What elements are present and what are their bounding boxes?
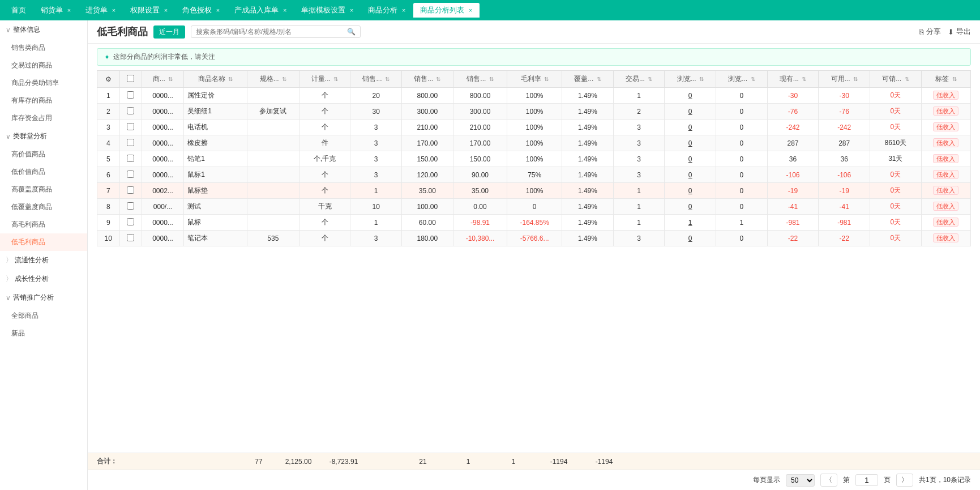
- browse1-link[interactable]: 0: [688, 155, 692, 163]
- col-sales-qty[interactable]: 销售... ⇅: [350, 71, 402, 88]
- row-select[interactable]: [127, 202, 134, 210]
- row-select[interactable]: [127, 123, 134, 130]
- per-page-select[interactable]: 50 100 200: [786, 474, 815, 487]
- row-select[interactable]: [127, 139, 134, 146]
- browse1-link[interactable]: 1: [688, 219, 692, 227]
- row-browse1[interactable]: 0: [665, 88, 716, 104]
- sidebar-group-cluster[interactable]: ∨ 类群堂分析: [0, 127, 87, 146]
- row-name[interactable]: 铅笔1: [184, 151, 247, 167]
- sidebar-item-stocked[interactable]: 有库存的商品: [0, 92, 87, 109]
- sidebar-item-high-coverage[interactable]: 高覆盖度商品: [0, 181, 87, 198]
- row-checkbox[interactable]: [119, 231, 142, 246]
- sidebar-group-flow[interactable]: 〉 流通性分析: [0, 251, 87, 270]
- row-browse1[interactable]: 0: [665, 167, 716, 183]
- sidebar-group-marketing[interactable]: ∨ 营销推广分析: [0, 288, 87, 307]
- nav-purchase[interactable]: 进货单 ×: [79, 3, 122, 18]
- close-icon[interactable]: ×: [283, 7, 286, 14]
- close-icon[interactable]: ×: [216, 7, 220, 14]
- row-checkbox[interactable]: [119, 104, 142, 120]
- row-browse1[interactable]: 0: [665, 135, 716, 151]
- row-browse1[interactable]: 0: [665, 120, 716, 135]
- row-name[interactable]: 电话机: [184, 120, 247, 135]
- row-browse1[interactable]: 0: [665, 151, 716, 167]
- select-all-checkbox[interactable]: [127, 75, 134, 82]
- col-spec[interactable]: 规格... ⇅: [247, 71, 299, 88]
- search-input[interactable]: [196, 28, 345, 36]
- next-page-button[interactable]: 〉: [896, 474, 913, 487]
- sidebar-item-low-value[interactable]: 低价值商品: [0, 163, 87, 181]
- row-name[interactable]: 吴细细1: [184, 104, 247, 120]
- close-icon[interactable]: ×: [402, 7, 405, 14]
- browse1-link[interactable]: 0: [688, 171, 692, 179]
- row-name[interactable]: 鼠标: [184, 215, 247, 231]
- browse1-link[interactable]: 0: [688, 123, 692, 131]
- col-sales-price[interactable]: 销售... ⇅: [401, 71, 453, 88]
- sidebar-item-all-products[interactable]: 全部商品: [0, 307, 87, 325]
- sidebar-group-growth[interactable]: 〉 成长性分析: [0, 270, 87, 288]
- browse1-link[interactable]: 0: [688, 92, 692, 100]
- row-browse1[interactable]: 0: [665, 183, 716, 199]
- sidebar-group-overall[interactable]: ∨ 整体信息: [0, 20, 87, 39]
- row-browse1[interactable]: 1: [665, 215, 716, 231]
- row-select[interactable]: [127, 91, 134, 99]
- row-select[interactable]: [127, 218, 134, 225]
- col-tag[interactable]: 标签 ⇅: [921, 71, 970, 88]
- row-browse1[interactable]: 0: [665, 231, 716, 246]
- row-name[interactable]: 测试: [184, 199, 247, 215]
- row-checkbox[interactable]: [119, 88, 142, 104]
- close-icon[interactable]: ×: [350, 7, 353, 14]
- col-browse1[interactable]: 浏览... ⇅: [665, 71, 716, 88]
- row-checkbox[interactable]: [119, 120, 142, 135]
- row-select[interactable]: [127, 234, 134, 241]
- sidebar-item-high-margin[interactable]: 高毛利商品: [0, 216, 87, 233]
- col-trade[interactable]: 交易... ⇅: [613, 71, 665, 88]
- export-button[interactable]: ⬇ 导出: [948, 27, 971, 37]
- browse1-link[interactable]: 0: [688, 187, 692, 195]
- sidebar-item-traded[interactable]: 交易过的商品: [0, 57, 87, 74]
- browse1-link[interactable]: 0: [688, 108, 692, 116]
- col-available[interactable]: 可用... ⇅: [819, 71, 870, 88]
- sidebar-item-high-value[interactable]: 高价值商品: [0, 146, 87, 163]
- row-checkbox[interactable]: [119, 135, 142, 151]
- col-current[interactable]: 现有... ⇅: [767, 71, 819, 88]
- nav-analysis-list[interactable]: 商品分析列表 ×: [413, 3, 479, 18]
- row-name[interactable]: 橡皮擦: [184, 135, 247, 151]
- close-icon[interactable]: ×: [469, 7, 472, 14]
- filter-button[interactable]: 近一月: [153, 25, 185, 39]
- row-name[interactable]: 鼠标1: [184, 167, 247, 183]
- nav-roles[interactable]: 角色授权 ×: [176, 3, 226, 18]
- row-select[interactable]: [127, 186, 134, 194]
- row-select[interactable]: [127, 107, 134, 114]
- row-checkbox[interactable]: [119, 215, 142, 231]
- col-settings[interactable]: ⚙: [97, 71, 120, 88]
- col-code[interactable]: 商... ⇅: [142, 71, 184, 88]
- close-icon[interactable]: ×: [67, 7, 71, 14]
- row-checkbox[interactable]: [119, 167, 142, 183]
- col-name[interactable]: 商品名称 ⇅: [184, 71, 247, 88]
- row-name[interactable]: 笔记本: [184, 231, 247, 246]
- nav-permissions[interactable]: 权限设置 ×: [123, 3, 174, 18]
- close-icon[interactable]: ×: [164, 7, 168, 14]
- col-cover-rate[interactable]: 覆盖... ⇅: [562, 71, 614, 88]
- row-select[interactable]: [127, 155, 134, 162]
- row-browse1[interactable]: 0: [665, 199, 716, 215]
- browse1-link[interactable]: 0: [688, 139, 692, 147]
- nav-analysis[interactable]: 商品分析 ×: [361, 3, 412, 18]
- nav-home[interactable]: 首页: [5, 3, 33, 18]
- col-browse2[interactable]: 浏览... ⇅: [716, 71, 768, 88]
- col-saleable[interactable]: 可销... ⇅: [870, 71, 922, 88]
- nav-sales[interactable]: 销货单 ×: [34, 3, 78, 18]
- col-sales-amount[interactable]: 销售... ⇅: [453, 71, 507, 88]
- row-name[interactable]: 属性定价: [184, 88, 247, 104]
- sidebar-item-new-products[interactable]: 新品: [0, 325, 87, 342]
- col-checkbox[interactable]: [119, 71, 142, 88]
- col-unit[interactable]: 计量... ⇅: [299, 71, 350, 88]
- col-gross-rate[interactable]: 毛利率 ⇅: [507, 71, 562, 88]
- sidebar-item-low-margin[interactable]: 低毛利商品: [0, 233, 87, 251]
- sidebar-item-stock-funds[interactable]: 库存资金占用: [0, 109, 87, 127]
- row-name[interactable]: 鼠标垫: [184, 183, 247, 199]
- prev-page-button[interactable]: 〈: [820, 474, 837, 487]
- sidebar-item-sales-products[interactable]: 销售类商品: [0, 39, 87, 57]
- nav-products[interactable]: 产成品入库单 ×: [228, 3, 293, 18]
- browse1-link[interactable]: 0: [688, 235, 692, 242]
